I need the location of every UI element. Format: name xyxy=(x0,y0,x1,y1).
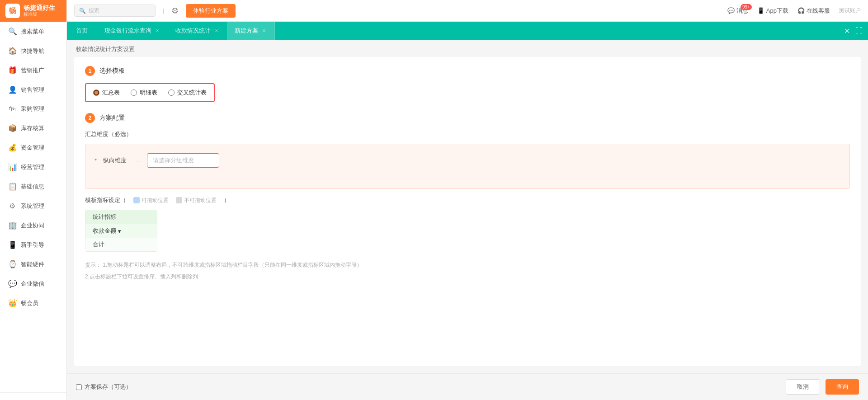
operations-icon: 📊 xyxy=(8,163,16,171)
marketing-label: 营销推广 xyxy=(21,66,44,75)
radio-summary-label: 汇总表 xyxy=(102,89,120,97)
sidebar-item-system[interactable]: ⚙系统管理 xyxy=(0,196,66,216)
metrics-dropdown[interactable]: 收款金额 ▾ xyxy=(93,227,121,235)
system-icon: ⚙ xyxy=(8,202,16,210)
sidebar-item-smart-hardware[interactable]: ⌚智能硬件 xyxy=(0,254,66,274)
close-tab-icon[interactable]: ✕ xyxy=(844,27,850,35)
enterprise-collab-icon: 🏢 xyxy=(8,221,16,230)
footer: 方案保存（可选） 取消 查询 xyxy=(67,373,868,400)
sidebar-item-basic-info[interactable]: 📋基础信息 xyxy=(0,177,66,196)
radio-summary[interactable]: 汇总表 xyxy=(93,89,120,97)
vip-label: 畅会员 xyxy=(21,299,38,307)
topbar: 🔍 搜索 | ⚙ 体验行业方案 💬 消息 99+ 📱 App下载 🎧 在线客服 … xyxy=(67,0,868,22)
notification-badge[interactable]: 💬 消息 99+ xyxy=(727,7,748,15)
enterprise-wechat-icon: 💬 xyxy=(8,279,16,288)
support-icon: 🎧 xyxy=(797,7,805,14)
topbar-divider: | xyxy=(163,7,164,14)
step1-title: 选择模板 xyxy=(99,67,125,75)
step1-header: 1 选择模板 xyxy=(85,66,850,76)
step2-num: 2 xyxy=(85,113,95,123)
dimension-area: * 纵向维度 — 请选择分组维度 xyxy=(85,144,850,189)
radio-summary-input[interactable] xyxy=(93,89,99,96)
tab-new-plan-label: 新建方案 xyxy=(235,27,258,35)
draggable-label: 可拖动位置 xyxy=(142,197,169,204)
tab-bank-flow[interactable]: 现金银行流水查询 × xyxy=(97,22,168,40)
sidebar-item-beginner-guide[interactable]: 📱新手引导 xyxy=(0,235,66,254)
search-placeholder-text: 搜索 xyxy=(89,7,99,14)
system-label: 系统管理 xyxy=(21,202,44,210)
tab-new-plan-close[interactable]: × xyxy=(261,28,267,34)
finance-icon: 💰 xyxy=(8,143,16,152)
non-draggable-dot xyxy=(176,197,182,203)
purchase-label: 采购管理 xyxy=(21,105,44,113)
radio-detail[interactable]: 明细表 xyxy=(131,89,157,97)
step2-title: 方案配置 xyxy=(99,114,125,122)
save-plan-area: 方案保存（可选） xyxy=(76,383,132,391)
tab-home-label: 首页 xyxy=(76,27,88,35)
sidebar-item-quick-nav[interactable]: 🏠快捷导航 xyxy=(0,41,66,61)
draggable-dot xyxy=(133,197,140,203)
logo-sub: 标准版 xyxy=(24,11,55,18)
tab-collection-stats-close[interactable]: × xyxy=(213,28,220,34)
main-area: 🔍 搜索 | ⚙ 体验行业方案 💬 消息 99+ 📱 App下载 🎧 在线客服 … xyxy=(67,0,868,400)
industry-plan-button[interactable]: 体验行业方案 xyxy=(186,4,236,18)
sidebar-item-sales[interactable]: 👤销售管理 xyxy=(0,80,66,99)
sidebar-item-finance[interactable]: 💰资金管理 xyxy=(0,138,66,157)
radio-cross[interactable]: 交叉统计表 xyxy=(168,89,207,97)
tab-collection-stats[interactable]: 收款情况统计 × xyxy=(168,22,227,40)
tab-bank-flow-close[interactable]: × xyxy=(154,28,160,34)
search-menu-icon: 🔍 xyxy=(8,27,16,36)
tab-collection-stats-label: 收款情况统计 xyxy=(175,27,211,35)
basic-info-label: 基础信息 xyxy=(21,183,44,191)
search-menu-label: 搜索菜单 xyxy=(21,28,44,36)
vertical-dim-label: 纵向维度 xyxy=(103,156,130,165)
marketing-icon: 🎁 xyxy=(8,66,16,75)
save-plan-checkbox[interactable] xyxy=(76,384,82,390)
app-download-link[interactable]: 📱 App下载 xyxy=(757,7,788,15)
cancel-button[interactable]: 取消 xyxy=(786,379,820,395)
step1-section: 1 选择模板 汇总表 明细表 交叉统计表 xyxy=(85,66,850,102)
radio-cross-input[interactable] xyxy=(168,89,175,96)
sidebar-item-inventory[interactable]: 📦库存核算 xyxy=(0,118,66,138)
logo-icon: 畅 xyxy=(5,4,20,18)
dimension-select[interactable]: 请选择分组维度 xyxy=(147,153,219,168)
tab-bank-flow-label: 现金银行流水查询 xyxy=(104,27,151,35)
form-container: 1 选择模板 汇总表 明细表 交叉统计表 xyxy=(74,57,861,366)
operations-label: 经营管理 xyxy=(21,163,44,171)
sidebar-item-enterprise-collab[interactable]: 🏢企业协同 xyxy=(0,216,66,235)
notification-count: 99+ xyxy=(741,4,752,10)
non-draggable-label: 不可拖动位置 xyxy=(184,197,217,204)
sidebar-item-operations[interactable]: 📊经营管理 xyxy=(0,157,66,177)
metrics-row-selector[interactable]: 收款金额 ▾ xyxy=(85,224,157,238)
tab-home[interactable]: 首页 xyxy=(67,22,97,40)
arrow-separator: — xyxy=(136,157,142,164)
expand-icon[interactable]: ⛶ xyxy=(855,27,863,35)
online-support-link[interactable]: 🎧 在线客服 xyxy=(797,7,830,15)
breadcrumb: 收款情况统计方案设置 xyxy=(67,40,868,57)
sidebar-item-vip[interactable]: 👑畅会员 xyxy=(0,293,66,313)
search-box[interactable]: 🔍 搜索 xyxy=(74,5,156,17)
topbar-right: 💬 消息 99+ 📱 App下载 🎧 在线客服 测试账户 xyxy=(727,7,861,15)
save-plan-label: 方案保存（可选） xyxy=(85,383,132,391)
step2-header: 2 方案配置 xyxy=(85,113,850,123)
user-name[interactable]: 测试账户 xyxy=(839,7,861,14)
tip2: 2.点击标题栏下拉可设置排序、插入列和删除列 xyxy=(85,272,850,282)
sidebar: 畅 畅捷通好生 标准版 🔍搜索菜单🏠快捷导航🎁营销推广👤销售管理🛍采购管理📦库存… xyxy=(0,0,67,400)
tips-section: 提示： 1.拖动标题栏可以调整布局，不可跨维度或指标区域拖动栏目字段（只能在同一… xyxy=(85,260,850,282)
sidebar-item-marketing[interactable]: 🎁营销推广 xyxy=(0,61,66,80)
sidebar-item-search-menu[interactable]: 🔍搜索菜单 xyxy=(0,22,66,41)
tip1: 提示： 1.拖动标题栏可以调整布局，不可跨维度或指标区域拖动栏目字段（只能在同一… xyxy=(85,260,850,270)
inventory-icon: 📦 xyxy=(8,124,16,132)
tabbar: 首页 现金银行流水查询 × 收款情况统计 × 新建方案 × ✕ ⛶ xyxy=(67,22,868,40)
sales-label: 销售管理 xyxy=(21,86,44,94)
query-button[interactable]: 查询 xyxy=(826,379,859,395)
radio-detail-input[interactable] xyxy=(131,89,137,96)
metrics-table: 统计指标 收款金额 ▾ 合计 xyxy=(85,210,157,252)
sidebar-item-purchase[interactable]: 🛍采购管理 xyxy=(0,99,66,118)
sidebar-item-enterprise-wechat[interactable]: 💬企业微信 xyxy=(0,274,66,293)
tab-new-plan[interactable]: 新建方案 × xyxy=(227,22,275,40)
metrics-subtotal: 合计 xyxy=(85,238,157,251)
gear-icon[interactable]: ⚙ xyxy=(171,6,179,16)
content-area: 收款情况统计方案设置 1 选择模板 汇总表 明细表 xyxy=(67,40,868,400)
template-options: 汇总表 明细表 交叉统计表 xyxy=(85,83,215,102)
